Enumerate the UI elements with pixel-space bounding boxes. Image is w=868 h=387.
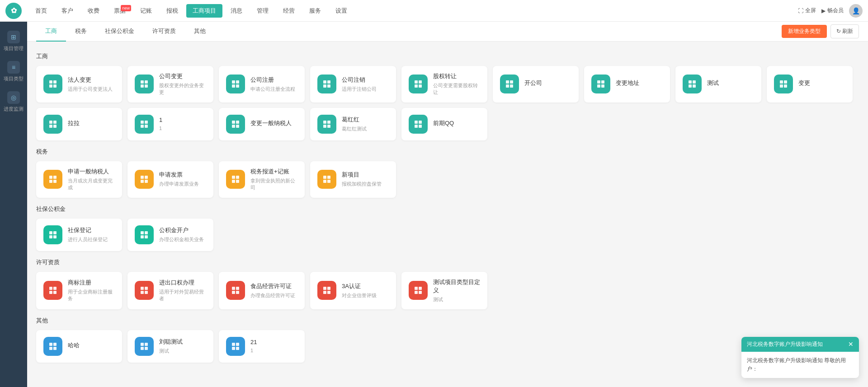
nav-item-消息[interactable]: 消息 <box>224 4 249 18</box>
svg-rect-52 <box>415 121 418 124</box>
card-title: 测试 <box>707 79 719 87</box>
card-desc: 股权变更外的业务变更 <box>159 82 206 96</box>
nav-item-设置[interactable]: 设置 <box>329 4 354 18</box>
card-title: 变更一般纳税人 <box>250 119 292 127</box>
card-变更[interactable]: 变更 <box>767 66 853 103</box>
card-info: 变更 <box>798 79 810 89</box>
sidebar-item-项目管理[interactable]: ⊞ 项目管理 <box>0 26 27 56</box>
sub-tab-其他[interactable]: 其他 <box>185 22 215 42</box>
card-公积金开户[interactable]: 公积金开户 办理公积金相关业务 <box>127 219 213 251</box>
svg-rect-68 <box>323 176 326 179</box>
card-title: 前期QQ <box>433 119 454 127</box>
refresh-btn[interactable]: ↻ 刷新 <box>830 24 859 38</box>
card-公司注销[interactable]: 公司注销 适用于注销公司 <box>310 66 396 103</box>
notification-close-btn[interactable]: ✕ <box>848 340 854 348</box>
card-title: 测试项目类型目定义 <box>433 278 480 294</box>
card-icon <box>43 75 62 93</box>
svg-rect-23 <box>510 84 513 88</box>
nav-item-报税[interactable]: 报税 <box>160 4 184 18</box>
sidebar-item-进度监测[interactable]: ◎ 进度监测 <box>0 87 27 117</box>
sub-tab-税务[interactable]: 税务 <box>66 22 96 42</box>
nav-item-客户[interactable]: 客户 <box>55 4 80 18</box>
fullscreen-btn[interactable]: ⛶ 全屏 <box>798 7 816 14</box>
card-葛红红[interactable]: 葛红红 葛红红测试 <box>310 108 396 140</box>
card-icon <box>43 337 62 356</box>
card-商标注册[interactable]: 商标注册 用于企业商标注册服务 <box>36 272 122 309</box>
nav-item-服务[interactable]: 服务 <box>303 4 327 18</box>
card-title: 商标注册 <box>68 279 115 287</box>
card-info: 哈哈 <box>68 341 80 351</box>
card-食品经营许可证[interactable]: 食品经营许可证 办理食品经营许可证 <box>219 272 305 309</box>
svg-rect-75 <box>53 235 57 238</box>
card-刘聪测试[interactable]: 刘聪测试 测试 <box>127 330 213 363</box>
svg-rect-96 <box>415 287 418 290</box>
card-公司变更[interactable]: 公司变更 股权变更外的业务变更 <box>127 66 213 103</box>
svg-rect-63 <box>145 180 148 183</box>
card-进出口权办理[interactable]: 进出口权办理 适用于对外贸易经营者 <box>127 272 213 309</box>
sub-tab-工商[interactable]: 工商 <box>36 22 66 42</box>
card-变更一般纳税人[interactable]: 变更一般纳税人 <box>219 108 305 140</box>
svg-rect-106 <box>141 347 144 350</box>
sub-tab-社保公积金[interactable]: 社保公积金 <box>96 22 143 42</box>
svg-rect-9 <box>236 80 239 84</box>
svg-rect-100 <box>49 343 52 346</box>
card-社保登记[interactable]: 社保登记 进行人员社保登记 <box>36 219 122 251</box>
card-title: 变更地址 <box>616 79 639 87</box>
svg-rect-33 <box>784 80 787 84</box>
svg-rect-7 <box>145 84 148 88</box>
svg-rect-39 <box>53 125 57 128</box>
card-新项目[interactable]: 新项目 报税加税控盘保管 <box>310 161 396 198</box>
nav-item-收费[interactable]: 收费 <box>81 4 106 18</box>
svg-rect-40 <box>141 121 144 124</box>
card-info: 食品经营许可证 办理食品经营许可证 <box>250 282 295 299</box>
card-info: 拉拉 <box>68 119 80 129</box>
card-desc: 公司变更需要股权转让 <box>433 82 480 96</box>
card-申请发票[interactable]: 申请发票 办理申请发票业务 <box>127 161 213 198</box>
card-3A认证[interactable]: 3A认证 对企业信誉评级 <box>310 272 396 309</box>
nav-item-工商项目[interactable]: 工商项目 <box>186 4 222 18</box>
nav-item-经营[interactable]: 经营 <box>277 4 301 18</box>
svg-rect-53 <box>419 121 422 124</box>
card-开公司[interactable]: 开公司 <box>493 66 579 103</box>
user-avatar[interactable]: 👤 <box>849 4 863 18</box>
nav-item-首页[interactable]: 首页 <box>29 4 53 18</box>
svg-rect-10 <box>232 84 235 88</box>
svg-rect-29 <box>693 80 696 84</box>
card-1[interactable]: 1 1 <box>127 108 213 140</box>
svg-rect-69 <box>327 176 330 179</box>
new-type-btn[interactable]: 新增业务类型 <box>782 25 827 38</box>
sidebar-item-项目类型[interactable]: ≡ 项目类型 <box>0 56 27 87</box>
card-title: 3A认证 <box>342 282 377 290</box>
card-哈哈[interactable]: 哈哈 <box>36 330 122 363</box>
nav-item-记账[interactable]: 记账 <box>134 4 158 18</box>
card-法人变更[interactable]: 法人变更 适用于公司变更法人 <box>36 66 122 103</box>
sidebar-icon: ◎ <box>7 91 20 104</box>
card-前期QQ[interactable]: 前期QQ <box>401 108 487 140</box>
card-公司注册[interactable]: 公司注册 申请公司注册全流程 <box>219 66 305 103</box>
svg-rect-87 <box>145 291 148 294</box>
card-拉拉[interactable]: 拉拉 <box>36 108 122 140</box>
member-btn[interactable]: ▶ 畅会员 <box>821 7 844 14</box>
svg-rect-55 <box>419 125 422 128</box>
card-税务报道+记账[interactable]: 税务报道+记账 拿到营业执照的新公司 <box>219 161 305 198</box>
card-变更地址[interactable]: 变更地址 <box>584 66 670 103</box>
card-icon <box>591 75 610 93</box>
svg-rect-61 <box>145 176 148 179</box>
card-21[interactable]: 21 1 <box>219 330 305 363</box>
card-股权转让[interactable]: 股权转让 公司变更需要股权转让 <box>401 66 487 103</box>
section-title-税务: 税务 <box>36 148 859 156</box>
svg-rect-42 <box>141 125 144 128</box>
nav-item-管理[interactable]: 管理 <box>250 4 275 18</box>
card-测试[interactable]: 测试 <box>675 66 761 103</box>
main-content: 工商税务社保公积金许可资质其他 新增业务类型 ↻ 刷新 工商 法人变更 适用于公… <box>27 22 868 387</box>
svg-rect-5 <box>145 80 148 84</box>
svg-rect-43 <box>145 125 148 128</box>
card-title: 1 <box>159 117 162 123</box>
svg-rect-59 <box>53 180 57 183</box>
card-desc: 办理公积金相关业务 <box>159 236 204 243</box>
svg-rect-86 <box>141 291 144 294</box>
nav-item-票据[interactable]: 票据new <box>108 4 132 18</box>
card-申请一般纳税人[interactable]: 申请一般纳税人 当月或次月成变更完成 <box>36 161 122 198</box>
sub-tab-许可资质[interactable]: 许可资质 <box>143 22 185 42</box>
card-测试项目类型目定义[interactable]: 测试项目类型目定义 测试 <box>401 272 487 309</box>
